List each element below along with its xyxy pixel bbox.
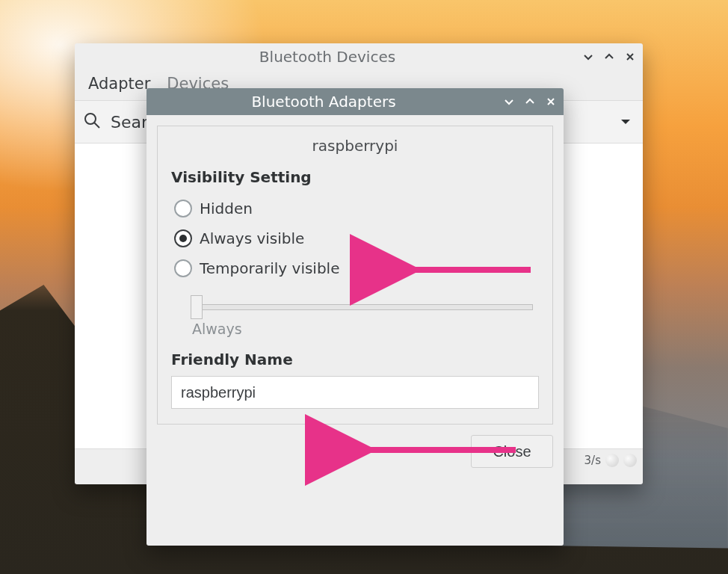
toolbar-overflow-button[interactable] — [616, 110, 635, 135]
visibility-option-always[interactable]: Always visible — [171, 223, 539, 253]
search-icon — [82, 111, 102, 134]
devices-close-button[interactable] — [622, 49, 638, 65]
adapter-name-label: raspberrypi — [171, 137, 539, 155]
svg-point-0 — [85, 114, 96, 124]
radio-icon — [174, 200, 192, 217]
status-indicator-1 — [605, 454, 619, 467]
radio-label: Temporarily visible — [200, 259, 339, 277]
adapters-close-button[interactable] — [543, 93, 559, 110]
radio-label: Hidden — [200, 200, 253, 217]
visibility-timeout-slider[interactable] — [192, 297, 533, 318]
adapters-minimize-button[interactable] — [501, 93, 517, 110]
desktop-background: Bluetooth Devices Adapter Devices Search… — [0, 0, 728, 574]
friendly-name-heading: Friendly Name — [171, 351, 539, 368]
slider-track — [192, 304, 533, 310]
bluetooth-adapters-dialog: Bluetooth Adapters raspberrypi Visibilit… — [146, 88, 564, 546]
adapters-panel: raspberrypi Visibility Setting Hidden Al… — [157, 126, 553, 425]
radio-icon — [174, 229, 192, 247]
devices-maximize-button[interactable] — [601, 49, 617, 65]
close-button[interactable]: Close — [471, 435, 553, 468]
transfer-rate: 3/s — [584, 454, 601, 467]
devices-title: Bluetooth Devices — [79, 48, 576, 66]
visibility-option-hidden[interactable]: Hidden — [171, 194, 539, 223]
adapters-maximize-button[interactable] — [522, 93, 538, 110]
devices-titlebar: Bluetooth Devices — [75, 43, 643, 70]
visibility-heading: Visibility Setting — [171, 168, 539, 186]
devices-minimize-button[interactable] — [580, 49, 596, 65]
adapters-title: Bluetooth Adapters — [151, 93, 496, 111]
slider-caption: Always — [192, 321, 539, 337]
slider-handle[interactable] — [191, 295, 203, 319]
status-indicator-2 — [623, 454, 637, 467]
dialog-button-row: Close — [146, 425, 564, 478]
radio-icon — [174, 259, 192, 277]
menu-adapter[interactable]: Adapter — [88, 75, 150, 93]
visibility-option-temporarily[interactable]: Temporarily visible — [171, 253, 539, 283]
adapters-titlebar: Bluetooth Adapters — [146, 88, 564, 115]
svg-line-1 — [94, 123, 99, 128]
friendly-name-input[interactable] — [171, 376, 539, 409]
radio-label: Always visible — [200, 229, 304, 247]
